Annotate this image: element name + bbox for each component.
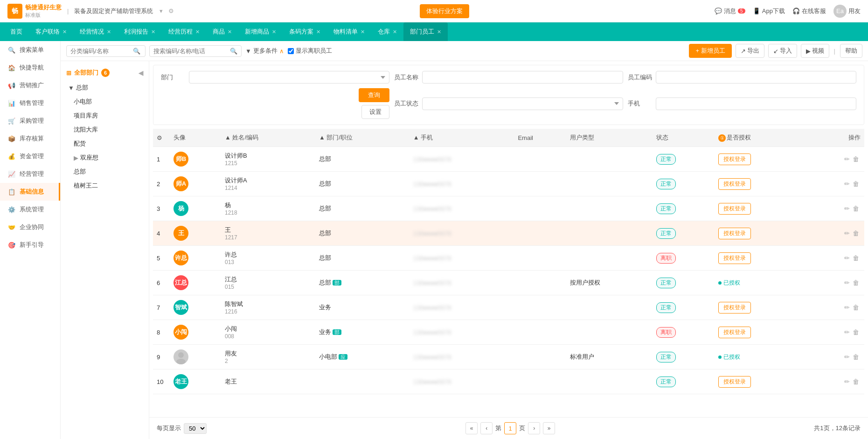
row-auth[interactable]: 授权登录 (715, 172, 806, 196)
delete-icon[interactable]: 🗑 (853, 155, 859, 163)
tab-close-icon[interactable]: ✕ (272, 29, 276, 35)
sidebar-item-guide[interactable]: 🎯 新手引导 (0, 236, 60, 254)
import-button[interactable]: ↙ 导入 (768, 44, 797, 58)
dept-tree-zongbu[interactable]: 总部 (61, 165, 149, 179)
row-auth[interactable]: 授权登录 (715, 246, 806, 271)
tab-home[interactable]: 首页 (4, 22, 29, 41)
tab-close-icon[interactable]: ✕ (361, 29, 365, 35)
dept-tree-shenyang[interactable]: 沈阳大库 (61, 123, 149, 137)
sidebar-item-purchase[interactable]: 🛒 采购管理 (0, 112, 60, 130)
sidebar-item-basic[interactable]: 📋 基础信息 (0, 183, 60, 201)
set-button[interactable]: 设置 (361, 105, 389, 119)
empcode-input[interactable] (656, 71, 856, 84)
last-page-btn[interactable]: » (543, 422, 555, 434)
dropdown-icon[interactable]: ▾ (160, 7, 163, 14)
auth-button[interactable]: 授权登录 (718, 203, 751, 215)
edit-icon[interactable]: ✏ (844, 304, 850, 311)
row-auth[interactable]: 授权登录 (715, 221, 806, 246)
delete-icon[interactable]: 🗑 (853, 205, 859, 212)
sidebar-item-marketing[interactable]: 📢 营销推广 (0, 77, 60, 94)
dept-select[interactable] (189, 71, 389, 84)
dept-search-box[interactable]: 🔍 (66, 45, 146, 57)
edit-icon[interactable]: ✏ (844, 378, 850, 385)
tab-new-goods[interactable]: 新增商品 ✕ (238, 22, 283, 41)
dept-search-input[interactable] (70, 48, 131, 55)
delete-icon[interactable]: 🗑 (853, 328, 859, 336)
delete-icon[interactable]: 🗑 (853, 230, 859, 237)
row-auth[interactable]: 授权登录 (715, 295, 806, 320)
collapse-icon[interactable]: ◀ (139, 70, 143, 77)
edit-icon[interactable]: ✏ (844, 205, 850, 212)
help-button[interactable]: 帮助 (840, 44, 862, 58)
tab-close-icon[interactable]: ✕ (151, 29, 155, 35)
sidebar-item-system[interactable]: ⚙️ 系统管理 (0, 201, 60, 218)
row-auth[interactable]: 授权登录 (715, 369, 806, 394)
name-col[interactable]: ▲ 姓名/编码 (221, 129, 315, 147)
edit-icon[interactable]: ✏ (844, 279, 850, 286)
auth-button[interactable]: 授权登录 (718, 327, 751, 338)
add-employee-button[interactable]: + 新增员工 (689, 44, 731, 58)
delete-icon[interactable]: 🗑 (853, 279, 859, 286)
auth-button[interactable]: 授权登录 (718, 153, 751, 165)
search-submit-icon[interactable]: 🔍 (230, 48, 237, 55)
delete-icon[interactable]: 🗑 (853, 304, 859, 311)
edit-icon[interactable]: ✏ (844, 254, 850, 262)
tab-employees[interactable]: 部门员工 ✕ (403, 22, 448, 41)
status-select[interactable] (422, 98, 623, 110)
next-page-btn[interactable]: › (528, 422, 540, 434)
tab-history[interactable]: 经营历程 ✕ (162, 22, 206, 41)
export-button[interactable]: ↗ 导出 (736, 44, 764, 58)
tab-bom[interactable]: 物料清单 ✕ (327, 22, 371, 41)
trial-button[interactable]: 体验行业方案 (420, 4, 469, 18)
app-download-item[interactable]: 📱 App下载 (753, 7, 785, 15)
dept-tree-shuangzuo[interactable]: ▶ 双座想 (61, 151, 149, 165)
phone-input[interactable] (656, 98, 856, 110)
per-page-select[interactable]: 50 (184, 423, 207, 434)
tab-operations[interactable]: 经营情况 ✕ (73, 22, 118, 41)
tab-warehouse[interactable]: 仓库 ✕ (371, 22, 403, 41)
edit-icon[interactable]: ✏ (844, 230, 850, 237)
dept-tree-xiaodibu[interactable]: 小电部 (61, 95, 149, 109)
prev-page-btn[interactable]: ‹ (480, 422, 493, 434)
settings-icon[interactable]: ⚙ (168, 7, 174, 14)
edit-icon[interactable]: ✏ (844, 155, 850, 163)
edit-icon[interactable]: ✏ (844, 180, 850, 188)
tab-close-icon[interactable]: ✕ (393, 29, 397, 35)
row-auth[interactable]: 授权登录 (715, 320, 806, 345)
sidebar-item-collab[interactable]: 🤝 企业协同 (0, 218, 60, 236)
dept-tree-root[interactable]: ▼ 总部 (61, 81, 149, 95)
tab-goods[interactable]: 商品 ✕ (206, 22, 238, 41)
dept-tree-zhishu[interactable]: 植树王二 (61, 179, 149, 193)
resigned-check[interactable] (288, 48, 294, 54)
phone-col[interactable]: ▲ 手机 (410, 129, 514, 147)
sidebar-item-search[interactable]: 🔍 搜索菜单 (0, 41, 60, 59)
sidebar-item-finance[interactable]: 💰 资金管理 (0, 147, 60, 165)
tab-profit[interactable]: 利润报告 ✕ (118, 22, 162, 41)
auth-button[interactable]: 授权登录 (718, 302, 751, 314)
edit-icon[interactable]: ✏ (844, 328, 850, 336)
empname-input[interactable] (422, 71, 623, 84)
show-resigned-checkbox[interactable]: 显示离职员工 (288, 47, 332, 55)
tab-barcode[interactable]: 条码方案 ✕ (283, 22, 327, 41)
row-auth[interactable]: 授权登录 (715, 196, 806, 221)
dept-tree-xmkf[interactable]: 项目库房 (61, 109, 149, 123)
auth-button[interactable]: 授权登录 (718, 252, 751, 264)
auth-button[interactable]: 授权登录 (718, 376, 751, 388)
delete-icon[interactable]: 🗑 (853, 378, 859, 385)
auth-button[interactable]: 授权登录 (718, 228, 751, 239)
first-page-btn[interactable]: « (465, 422, 478, 434)
tab-close-icon[interactable]: ✕ (107, 29, 111, 35)
delete-icon[interactable]: 🗑 (853, 180, 859, 188)
dept-tree-peihuo[interactable]: 配货 (61, 137, 149, 151)
tab-close-icon[interactable]: ✕ (316, 29, 320, 35)
query-button[interactable]: 查询 (359, 88, 389, 102)
tab-close-icon[interactable]: ✕ (228, 29, 232, 35)
tab-customers[interactable]: 客户联络 ✕ (29, 22, 73, 41)
sidebar-item-sales[interactable]: 📊 销售管理 (0, 94, 60, 112)
view-button[interactable]: ▶ 视频 (801, 44, 829, 58)
sidebar-item-inventory[interactable]: 📦 库存核算 (0, 130, 60, 147)
messages-item[interactable]: 💬 消息 5 (715, 7, 745, 15)
employee-search-input[interactable] (153, 48, 228, 55)
tab-close-icon[interactable]: ✕ (437, 29, 441, 35)
tab-close-icon[interactable]: ✕ (195, 29, 200, 35)
